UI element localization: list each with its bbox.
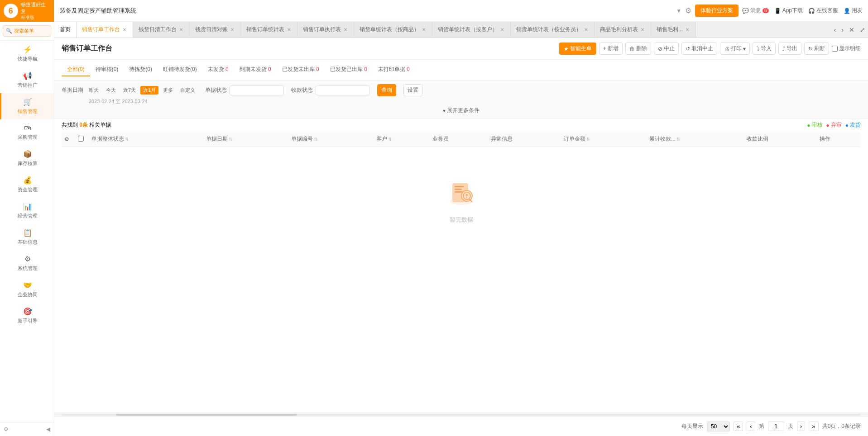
tab-close-reconciliation[interactable]: ✕ (230, 27, 235, 33)
cancel-stop-button[interactable]: ↺ 取消中止 (681, 43, 717, 55)
delete-button[interactable]: 🗑 删除 (625, 43, 651, 55)
batch-audit-button[interactable]: ● 审核 (807, 121, 822, 129)
subtab-wangpu-pending[interactable]: 旺铺待发货(0) (158, 63, 202, 76)
date-btn-today[interactable]: 今天 (103, 86, 119, 95)
tab-scroll-right[interactable]: › (839, 24, 846, 35)
tab-salesman-stats[interactable]: 销货单统计表（按业务员） ✕ (511, 22, 595, 38)
batch-reject-button[interactable]: ● 弃审 (826, 121, 842, 129)
print-button[interactable]: 🖨 打印 ▾ (720, 43, 750, 55)
sidebar-item-management[interactable]: 📊 经营管理 (0, 198, 54, 224)
sidebar-item-enterprise[interactable]: 🤝 企业协同 (0, 276, 54, 303)
sidebar-item-finance[interactable]: 💰 资金管理 (0, 171, 54, 198)
col-settings[interactable]: ⚙ (62, 132, 75, 147)
tab-close-all[interactable]: ✕ (846, 24, 857, 35)
tab-close-goods-stats[interactable]: ✕ (421, 27, 427, 33)
tab-close-sales-gross[interactable]: ✕ (685, 27, 690, 33)
next-page-button[interactable]: › (797, 422, 805, 431)
tab-close-salesman-stats[interactable]: ✕ (583, 27, 589, 33)
tab-sales-gross[interactable]: 销售毛利... ✕ (651, 22, 696, 38)
page-size-select[interactable]: 50 10 20 100 (707, 422, 730, 431)
tab-close-sales-order[interactable]: ✕ (122, 27, 127, 33)
subtab-shipped-out[interactable]: 已发货已出库 0 (325, 63, 373, 76)
message-center[interactable]: 💬 消息 6 (742, 7, 769, 14)
scrollbar-thumb[interactable] (116, 414, 297, 416)
col-status[interactable]: 单据整体状态 (89, 132, 203, 147)
subtab-bar: 全部(0) 待审核(0) 待拣货(0) 旺铺待发货(0) 未发货 0 到期未发货… (54, 60, 868, 81)
col-checkbox[interactable] (75, 132, 89, 147)
sidebar-item-system[interactable]: ⚙ 系统管理 (0, 250, 54, 276)
subtab-overdue-not-shipped[interactable]: 到期未发货 0 (234, 63, 277, 76)
date-btn-7days[interactable]: 近7天 (120, 86, 139, 95)
show-detail-checkbox[interactable]: 显示明细 (832, 45, 861, 52)
search-menu-button[interactable]: 🔍 搜索菜单 (3, 25, 51, 37)
sidebar-collapse-icon[interactable]: ◀ (46, 426, 50, 432)
first-page-button[interactable]: « (734, 422, 743, 431)
import-button[interactable]: ⤵ 导入 (753, 43, 776, 55)
user-menu[interactable]: 👤 用友 (844, 7, 863, 14)
subtab-not-printed[interactable]: 未打印单据 0 (373, 63, 415, 76)
col-amount[interactable]: 订单金额 (561, 132, 646, 147)
tab-sales-exec[interactable]: 销售订单执行表 ✕ (297, 22, 354, 38)
refresh-button[interactable]: ↻ 刷新 (804, 43, 829, 55)
tab-close-sales-stats[interactable]: ✕ (286, 27, 292, 33)
subtab-pending-audit[interactable]: 待审核(0) (90, 63, 124, 76)
app-download[interactable]: 📱 App下载 (774, 7, 803, 14)
sidebar-item-sales[interactable]: 🛒 销售管理 (0, 93, 54, 119)
pagination-bar: 每页显示 50 10 20 100 « ‹ 第 页 › » 共0页，0条记录 (54, 416, 868, 436)
date-btn-custom[interactable]: 自定义 (177, 86, 198, 95)
batch-deliver-button[interactable]: ● 发货 (845, 121, 861, 129)
horizontal-scrollbar[interactable] (54, 412, 868, 416)
sidebar-item-inventory[interactable]: 📦 库存核算 (0, 145, 54, 171)
tab-daily-clear[interactable]: 钱货日清工作台 ✕ (133, 22, 190, 38)
tab-goods-stats[interactable]: 销货单统计表（按商品） ✕ (354, 22, 432, 38)
new-button[interactable]: + 新增 (599, 43, 623, 55)
last-page-button[interactable]: » (809, 422, 818, 431)
tab-maximize[interactable]: ⤢ (857, 24, 868, 35)
payment-select[interactable] (316, 85, 370, 95)
tab-reconciliation[interactable]: 钱货日清对账 ✕ (190, 22, 241, 38)
status-select[interactable] (230, 85, 284, 95)
stop-button[interactable]: ⊘ 中止 (654, 43, 679, 55)
date-btn-more[interactable]: 更多 (160, 86, 176, 95)
subtab-not-shipped[interactable]: 未发货 0 (202, 63, 234, 76)
date-btn-1month[interactable]: 近1月 (140, 86, 158, 95)
export-button[interactable]: ⤴ 导出 (778, 43, 801, 55)
col-date[interactable]: 单据日期 (203, 132, 288, 147)
sidebar-settings-icon[interactable]: ⚙ (4, 426, 9, 432)
col-received[interactable]: 累计收款... (647, 132, 744, 147)
subtab-pending-pick[interactable]: 待拣货(0) (124, 63, 158, 76)
select-all-checkbox[interactable] (78, 136, 84, 142)
tab-home[interactable]: 首页 (54, 22, 77, 38)
col-ratio: 收款比例 (744, 132, 817, 147)
tab-customer-stats[interactable]: 销货单统计表（按客户） ✕ (432, 22, 511, 38)
tab-sales-stats[interactable]: 销售订单统计表 ✕ (241, 22, 297, 38)
sidebar-item-quick-nav[interactable]: ⚡ 快捷导航 (0, 41, 54, 67)
col-number[interactable]: 单据编号 (288, 132, 374, 147)
tab-close-gross-analysis[interactable]: ✕ (640, 27, 645, 33)
tab-close-sales-exec[interactable]: ✕ (343, 27, 348, 33)
tab-scroll-left[interactable]: ‹ (831, 24, 839, 35)
sidebar-item-marketing[interactable]: 📢 营销推广 (0, 67, 54, 93)
settings-filter-button[interactable]: 设置 (403, 84, 422, 96)
ai-generate-button[interactable]: ★ 智能生单 (559, 43, 596, 55)
col-customer[interactable]: 客户 (374, 132, 430, 147)
show-detail-input[interactable] (832, 46, 838, 52)
module-dropdown-icon[interactable]: ▼ (676, 8, 681, 14)
expand-filter-button[interactable]: ▾ 展开更多条件 (443, 107, 480, 114)
tab-close-daily-clear[interactable]: ✕ (178, 27, 184, 33)
industry-solution-button[interactable]: 体验行业方案 (695, 5, 739, 17)
online-service[interactable]: 🎧 在线客服 (808, 7, 838, 14)
sidebar-item-basic-info[interactable]: 📋 基础信息 (0, 224, 54, 250)
tab-close-customer-stats[interactable]: ✕ (499, 27, 505, 33)
tab-sales-order-workspace[interactable]: 销售订单工作台 ✕ (77, 22, 133, 38)
sidebar-item-newbie[interactable]: 🎯 新手引导 (0, 303, 54, 329)
tab-gross-analysis[interactable]: 商品毛利分析表 ✕ (595, 22, 651, 38)
date-btn-yesterday[interactable]: 昨天 (86, 86, 101, 95)
subtab-shipped-not-out[interactable]: 已发货未出库 0 (277, 63, 325, 76)
query-button[interactable]: 查询 (377, 84, 396, 96)
topbar-settings-icon[interactable]: ⚙ (685, 6, 691, 15)
page-number-input[interactable] (768, 422, 784, 431)
prev-page-button[interactable]: ‹ (747, 422, 755, 431)
sidebar-item-purchase[interactable]: 🛍 采购管理 (0, 119, 54, 145)
subtab-all[interactable]: 全部(0) (62, 63, 90, 76)
